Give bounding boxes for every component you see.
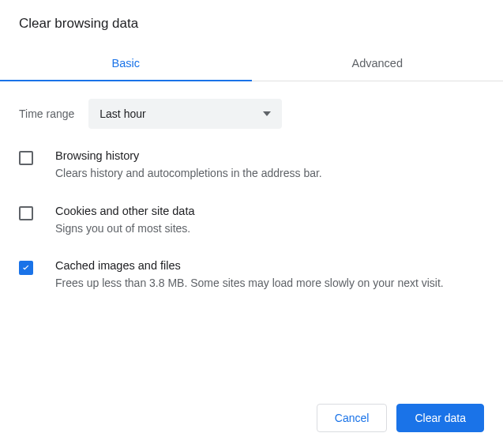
tab-label: Basic (112, 57, 140, 70)
option-cached: Cached images and files Frees up less th… (19, 259, 484, 292)
clear-data-button[interactable]: Clear data (396, 404, 484, 432)
tab-label: Advanced (352, 57, 404, 70)
checkbox-cached[interactable] (19, 261, 33, 275)
time-range-label: Time range (19, 107, 74, 120)
time-range-select[interactable]: Last hour (88, 99, 282, 129)
option-text: Cached images and files Frees up less th… (55, 259, 484, 292)
checkmark-icon (21, 262, 32, 273)
option-title: Cached images and files (55, 259, 484, 272)
tab-basic[interactable]: Basic (0, 46, 252, 81)
option-text: Browsing history Clears history and auto… (55, 149, 484, 183)
time-range-value: Last hour (99, 107, 145, 120)
dialog-footer: Cancel Clear data (317, 404, 484, 432)
option-cookies: Cookies and other site data Signs you ou… (19, 205, 484, 238)
button-label: Cancel (335, 412, 370, 424)
button-label: Clear data (415, 412, 466, 424)
tab-advanced[interactable]: Advanced (252, 46, 504, 81)
checkbox-cookies[interactable] (19, 206, 33, 220)
time-range-row: Time range Last hour (19, 99, 484, 129)
option-browsing-history: Browsing history Clears history and auto… (19, 149, 484, 183)
option-description: Clears history and autocompletions in th… (55, 165, 484, 183)
option-description: Frees up less than 3.8 MB. Some sites ma… (55, 275, 484, 292)
checkbox-browsing-history[interactable] (19, 151, 33, 165)
option-text: Cookies and other site data Signs you ou… (55, 205, 484, 238)
option-description: Signs you out of most sites. (55, 220, 484, 238)
option-title: Browsing history (55, 149, 484, 162)
tab-bar: Basic Advanced (0, 46, 503, 81)
clear-browsing-data-dialog: Clear browsing data Basic Advanced Time … (0, 0, 503, 292)
chevron-down-icon (263, 111, 271, 116)
dialog-title: Clear browsing data (19, 16, 484, 32)
cancel-button[interactable]: Cancel (317, 404, 388, 432)
option-title: Cookies and other site data (55, 205, 484, 217)
